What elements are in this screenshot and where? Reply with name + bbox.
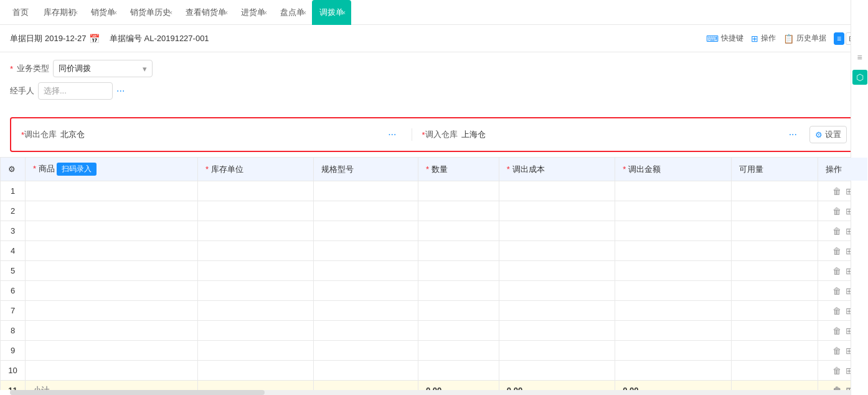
sidebar-doc-btn[interactable]: ≡ bbox=[852, 50, 867, 65]
delete-icon-9[interactable]: 🗑 bbox=[831, 345, 842, 357]
product-cell-10[interactable] bbox=[26, 361, 198, 381]
operations-btn[interactable]: ⊞ 操作 bbox=[751, 33, 776, 44]
spec-cell-7[interactable] bbox=[314, 301, 418, 321]
delete-icon-5[interactable]: 🗑 bbox=[831, 265, 842, 277]
product-cell-5[interactable] bbox=[26, 261, 198, 281]
delete-icon-3[interactable]: 🗑 bbox=[831, 225, 842, 237]
amount-cell-3[interactable] bbox=[615, 221, 731, 241]
quantity-cell-5[interactable] bbox=[418, 261, 499, 281]
available-cell-1[interactable] bbox=[731, 181, 818, 201]
tab-sales-history-close[interactable]: × bbox=[166, 7, 176, 17]
shortcuts-btn[interactable]: ⌨ 快捷键 bbox=[706, 33, 743, 44]
quantity-cell-2[interactable] bbox=[418, 201, 499, 221]
cost-cell-9[interactable] bbox=[499, 341, 615, 361]
available-cell-8[interactable] bbox=[731, 321, 818, 341]
tab-home[interactable]: 首页 bbox=[5, 0, 36, 25]
scan-btn[interactable]: 扫码录入 bbox=[57, 163, 97, 176]
product-cell-3[interactable] bbox=[26, 221, 198, 241]
out-more-icon[interactable]: ··· bbox=[383, 129, 401, 140]
tab-purchase-close[interactable]: × bbox=[260, 7, 270, 17]
delete-icon-8[interactable]: 🗑 bbox=[831, 325, 842, 337]
unit-cell-1[interactable] bbox=[198, 181, 314, 201]
spec-cell-3[interactable] bbox=[314, 221, 418, 241]
amount-cell-10[interactable] bbox=[615, 361, 731, 381]
available-cell-6[interactable] bbox=[731, 281, 818, 301]
cost-cell-5[interactable] bbox=[499, 261, 615, 281]
amount-cell-2[interactable] bbox=[615, 201, 731, 221]
unit-cell-7[interactable] bbox=[198, 301, 314, 321]
tab-purchase[interactable]: 进货单 × bbox=[234, 0, 273, 25]
cost-cell-1[interactable] bbox=[499, 181, 615, 201]
available-cell-3[interactable] bbox=[731, 221, 818, 241]
product-cell-9[interactable] bbox=[26, 341, 198, 361]
tab-stock-init[interactable]: 库存期初 × bbox=[36, 0, 83, 25]
amount-cell-5[interactable] bbox=[615, 261, 731, 281]
available-cell-4[interactable] bbox=[731, 241, 818, 261]
delete-icon-6[interactable]: 🗑 bbox=[831, 285, 842, 297]
product-cell-8[interactable] bbox=[26, 321, 198, 341]
cost-cell-6[interactable] bbox=[499, 281, 615, 301]
list-view-btn[interactable]: ≡ bbox=[834, 32, 844, 45]
tab-stock-init-close[interactable]: × bbox=[71, 7, 81, 17]
tab-sales-history[interactable]: 销货单历史 × bbox=[123, 0, 178, 25]
available-cell-7[interactable] bbox=[731, 301, 818, 321]
tab-inventory[interactable]: 盘点单 × bbox=[273, 0, 312, 25]
cost-cell-7[interactable] bbox=[499, 301, 615, 321]
spec-cell-5[interactable] bbox=[314, 261, 418, 281]
amount-cell-6[interactable] bbox=[615, 281, 731, 301]
product-cell-7[interactable] bbox=[26, 301, 198, 321]
quantity-cell-8[interactable] bbox=[418, 321, 499, 341]
delete-icon-7[interactable]: 🗑 bbox=[831, 305, 842, 317]
quantity-cell-10[interactable] bbox=[418, 361, 499, 381]
horizontal-scrollbar[interactable] bbox=[10, 390, 858, 395]
unit-cell-2[interactable] bbox=[198, 201, 314, 221]
amount-cell-7[interactable] bbox=[615, 301, 731, 321]
cost-cell-2[interactable] bbox=[499, 201, 615, 221]
quantity-cell-7[interactable] bbox=[418, 301, 499, 321]
spec-cell-6[interactable] bbox=[314, 281, 418, 301]
settings-button[interactable]: ⚙ 设置 bbox=[809, 126, 847, 143]
amount-cell-1[interactable] bbox=[615, 181, 731, 201]
cost-cell-8[interactable] bbox=[499, 321, 615, 341]
calendar-icon[interactable]: 📅 bbox=[89, 34, 100, 44]
spec-cell-8[interactable] bbox=[314, 321, 418, 341]
unit-cell-9[interactable] bbox=[198, 341, 314, 361]
amount-cell-4[interactable] bbox=[615, 241, 731, 261]
product-cell-4[interactable] bbox=[26, 241, 198, 261]
sidebar-expand-btn[interactable]: ⬡ bbox=[852, 70, 867, 85]
unit-cell-3[interactable] bbox=[198, 221, 314, 241]
unit-cell-4[interactable] bbox=[198, 241, 314, 261]
handler-more-icon[interactable]: ··· bbox=[116, 85, 125, 97]
amount-cell-9[interactable] bbox=[615, 341, 731, 361]
history-btn[interactable]: 📋 历史单据 bbox=[783, 33, 826, 44]
spec-cell-4[interactable] bbox=[314, 241, 418, 261]
quantity-cell-4[interactable] bbox=[418, 241, 499, 261]
in-more-icon[interactable]: ··· bbox=[784, 129, 802, 140]
cost-cell-10[interactable] bbox=[499, 361, 615, 381]
tab-transfer[interactable]: 调拨单 × bbox=[312, 0, 351, 25]
delete-icon-1[interactable]: 🗑 bbox=[831, 185, 842, 198]
available-cell-9[interactable] bbox=[731, 341, 818, 361]
spec-cell-2[interactable] bbox=[314, 201, 418, 221]
tab-view-sales[interactable]: 查看销货单 × bbox=[178, 0, 234, 25]
handler-select[interactable]: 选择... bbox=[38, 82, 113, 100]
tab-transfer-close[interactable]: × bbox=[339, 7, 349, 17]
available-cell-10[interactable] bbox=[731, 361, 818, 381]
tab-sales-order-close[interactable]: × bbox=[110, 7, 120, 17]
delete-icon-4[interactable]: 🗑 bbox=[831, 245, 842, 257]
unit-cell-6[interactable] bbox=[198, 281, 314, 301]
product-cell-1[interactable] bbox=[26, 181, 198, 201]
spec-cell-1[interactable] bbox=[314, 181, 418, 201]
spec-cell-10[interactable] bbox=[314, 361, 418, 381]
tab-sales-order[interactable]: 销货单 × bbox=[83, 0, 123, 25]
product-cell-6[interactable] bbox=[26, 281, 198, 301]
spec-cell-9[interactable] bbox=[314, 341, 418, 361]
col-gear[interactable]: ⚙ bbox=[1, 158, 26, 181]
available-cell-5[interactable] bbox=[731, 261, 818, 281]
delete-icon-2[interactable]: 🗑 bbox=[831, 205, 842, 217]
available-cell-2[interactable] bbox=[731, 201, 818, 221]
quantity-cell-9[interactable] bbox=[418, 341, 499, 361]
amount-cell-8[interactable] bbox=[615, 321, 731, 341]
quantity-cell-6[interactable] bbox=[418, 281, 499, 301]
business-type-select[interactable]: 同价调拨 ▾ bbox=[53, 60, 153, 77]
